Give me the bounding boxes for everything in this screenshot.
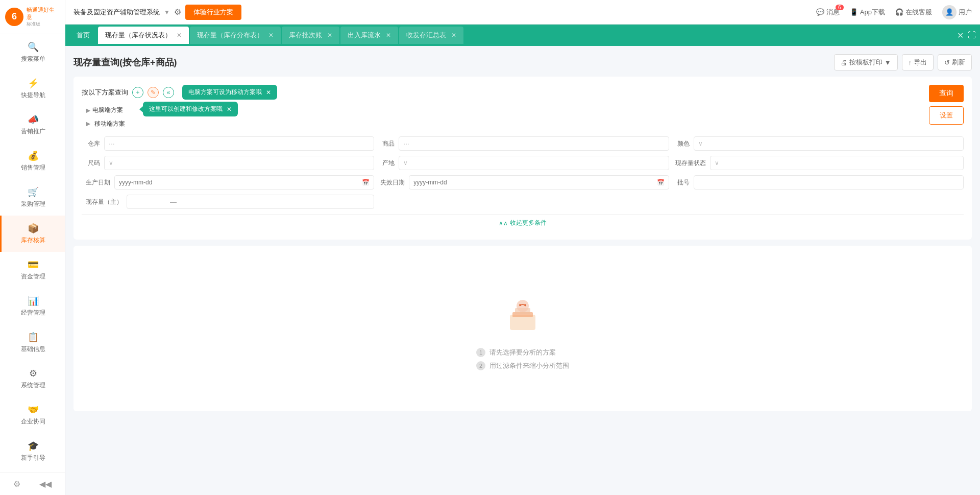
back-btn[interactable]: « xyxy=(163,87,174,98)
svg-point-3 xyxy=(517,300,529,312)
expire-date-calendar-icon: 📅 xyxy=(657,179,665,186)
edit-tooltip: 这里可以创建和修改方案哦 ✕ xyxy=(143,102,238,116)
avatar: 👤 xyxy=(942,5,957,19)
produce-date-input[interactable]: 📅 xyxy=(114,175,374,190)
settings-bottom-icon[interactable]: ⚙ xyxy=(13,479,20,489)
header-left: 装备及固定资产辅助管理系统 ▼ ⚙ 体验行业方案 xyxy=(74,5,241,20)
sidebar-item-marketing[interactable]: 📣 营销推广 xyxy=(0,107,65,143)
sidebar-nav: 🔍 搜索菜单 ⚡ 快捷导航 📣 营销推广 💰 销售管理 🛒 采购管理 📦 xyxy=(0,34,65,473)
sidebar-item-finance-label: 资金管理 xyxy=(21,272,45,281)
sidebar-item-guide-label: 新手引导 xyxy=(21,454,45,462)
origin-label: 产地 xyxy=(380,159,395,168)
headset-icon: 🎧 xyxy=(895,8,903,16)
tab-flow-close[interactable]: ✕ xyxy=(386,32,391,39)
sidebar-item-finance[interactable]: 💳 资金管理 xyxy=(0,252,65,288)
tab-home[interactable]: 首页 xyxy=(69,27,97,44)
add-scenario-btn[interactable]: + xyxy=(132,87,143,98)
origin-select[interactable]: ∨ xyxy=(399,156,669,170)
trial-button[interactable]: 体验行业方案 xyxy=(185,5,241,20)
tab-close-all-icon[interactable]: ✕ xyxy=(957,31,964,40)
tab-summary-close[interactable]: ✕ xyxy=(451,32,456,39)
filter-color: 颜色 ∨ xyxy=(675,136,964,151)
edit-tooltip-close[interactable]: ✕ xyxy=(227,106,232,113)
collapse-up-icon: ∧∧ xyxy=(499,220,508,227)
sidebar-item-search[interactable]: 🔍 搜索菜单 xyxy=(0,34,65,70)
message-icon: 💬 xyxy=(816,8,824,16)
message-badge: 6 xyxy=(836,5,844,10)
print-dropdown-icon: ▼ xyxy=(885,59,891,66)
stock-qty-max[interactable] xyxy=(179,196,219,208)
online-support-action[interactable]: 🎧 在线客服 xyxy=(895,8,932,17)
color-select[interactable]: ∨ xyxy=(694,136,964,151)
app-download-action[interactable]: 📱 App下载 xyxy=(850,8,885,17)
size-select[interactable]: ∨ xyxy=(104,156,374,170)
goods-dots: ··· xyxy=(403,139,409,148)
sidebar-item-purchase[interactable]: 🛒 采购管理 xyxy=(0,179,65,216)
tab-inventory-distribution[interactable]: 现存量（库存分布表） ✕ xyxy=(190,27,281,44)
sidebar-item-sales-label: 销售管理 xyxy=(21,163,45,172)
batch-no-field[interactable] xyxy=(698,179,959,186)
logo-icon: 6 xyxy=(5,8,23,26)
scenario-tooltip-close[interactable]: ✕ xyxy=(266,89,271,96)
settings-icon[interactable]: ⚙ xyxy=(174,7,181,17)
export-button[interactable]: ↑ 导出 xyxy=(902,54,934,70)
mobile-expand-arrow[interactable]: ▶ xyxy=(86,120,90,127)
system-dropdown-icon[interactable]: ▼ xyxy=(164,9,170,16)
set-button[interactable]: 设置 xyxy=(929,106,964,125)
tab-inventory-distribution-close[interactable]: ✕ xyxy=(268,32,274,39)
filter-size: 尺码 ∨ xyxy=(86,156,374,170)
sidebar-item-quicknav-label: 快捷导航 xyxy=(21,91,45,100)
user-action[interactable]: 👤 用户 xyxy=(942,5,972,19)
sidebar-item-system[interactable]: ⚙ 系统管理 xyxy=(0,361,65,397)
sidebar-item-operations[interactable]: 📊 经营管理 xyxy=(0,288,65,324)
expire-date-field[interactable] xyxy=(413,179,656,186)
message-action[interactable]: 💬 消息 6 xyxy=(816,8,840,17)
filter-origin: 产地 ∨ xyxy=(380,156,669,170)
print-button[interactable]: 🖨 按模板打印 ▼ xyxy=(834,54,898,70)
color-label: 颜色 xyxy=(675,139,690,148)
expire-date-label: 失效日期 xyxy=(380,178,405,187)
stock-status-label: 现存量状态 xyxy=(675,159,706,168)
edit-scenario-btn[interactable]: ✎ xyxy=(148,87,159,98)
step-1-text: 请先选择要分析的方案 xyxy=(489,348,556,357)
stock-qty-min[interactable] xyxy=(127,196,168,208)
sidebar-item-base-info-label: 基础信息 xyxy=(21,345,45,353)
tab-batch-account-close[interactable]: ✕ xyxy=(327,32,332,39)
goods-input[interactable]: ··· xyxy=(399,136,669,151)
collapse-btn[interactable]: ∧∧ 收起更多条件 xyxy=(499,219,547,227)
tab-inventory-status[interactable]: 现存量（库存状况表） ✕ xyxy=(98,27,189,44)
collapse-sidebar-icon[interactable]: ◀◀ xyxy=(39,479,52,489)
stock-qty-range[interactable]: — xyxy=(127,195,374,209)
warehouse-input[interactable]: ··· xyxy=(104,136,374,151)
search-button[interactable]: 查询 xyxy=(929,85,964,102)
batch-no-input[interactable] xyxy=(694,175,964,190)
expire-date-input[interactable]: 📅 xyxy=(409,175,669,190)
produce-date-field[interactable] xyxy=(119,179,362,186)
sidebar-item-guide[interactable]: 🎓 新手引导 xyxy=(0,433,65,469)
sidebar-item-quicknav[interactable]: ⚡ 快捷导航 xyxy=(0,70,65,107)
tab-summary[interactable]: 收发存汇总表 ✕ xyxy=(399,27,463,44)
sidebar-item-base-info[interactable]: 📋 基础信息 xyxy=(0,324,65,361)
logo-title: 畅通通好生意 xyxy=(27,6,60,21)
tab-inventory-distribution-label: 现存量（库存分布表） xyxy=(197,31,263,40)
expand-arrow[interactable]: ▶ xyxy=(86,107,90,114)
quick-nav-icon: ⚡ xyxy=(28,78,39,89)
sidebar-item-inventory[interactable]: 📦 库存核算 xyxy=(0,216,65,252)
tab-inventory-status-close[interactable]: ✕ xyxy=(177,32,182,39)
print-icon: 🖨 xyxy=(841,59,847,66)
finance-icon: 💳 xyxy=(28,259,39,270)
sidebar-item-enterprise[interactable]: 🤝 企业协同 xyxy=(0,397,65,433)
enterprise-icon: 🤝 xyxy=(28,404,39,415)
sidebar-item-sales[interactable]: 💰 销售管理 xyxy=(0,143,65,179)
tab-actions: ✕ ⛶ xyxy=(957,31,976,40)
tab-flow[interactable]: 出入库流水 ✕ xyxy=(340,27,398,44)
tab-bar: 首页 现存量（库存状况表） ✕ 现存量（库存分布表） ✕ 库存批次账 ✕ 出入库… xyxy=(65,25,980,46)
sidebar-item-system-label: 系统管理 xyxy=(21,381,45,390)
scenario-section: ▶ 电脑端方案 这里可以创建和修改方案哦 ✕ xyxy=(82,106,964,114)
refresh-button[interactable]: ↺ 刷新 xyxy=(938,54,972,70)
size-arrow: ∨ xyxy=(109,159,113,167)
main-content: 装备及固定资产辅助管理系统 ▼ ⚙ 体验行业方案 💬 消息 6 📱 App下载 … xyxy=(65,0,980,495)
tab-fullscreen-icon[interactable]: ⛶ xyxy=(968,31,976,40)
tab-batch-account[interactable]: 库存批次账 ✕ xyxy=(282,27,339,44)
stock-status-select[interactable]: ∨ xyxy=(710,156,964,170)
